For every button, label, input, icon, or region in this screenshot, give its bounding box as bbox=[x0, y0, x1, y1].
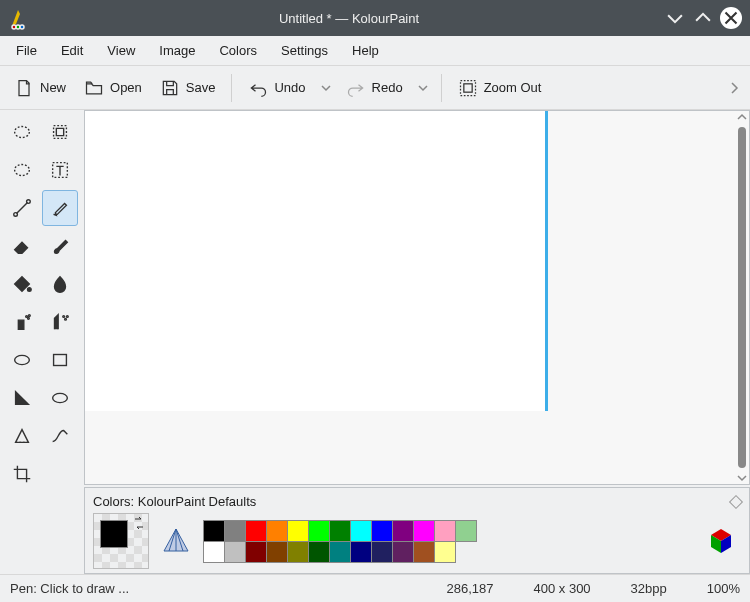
svg-point-15 bbox=[63, 316, 65, 318]
save-button[interactable]: Save bbox=[154, 74, 222, 102]
menubar: File Edit View Image Colors Settings Hel… bbox=[0, 36, 750, 66]
palette-color[interactable] bbox=[329, 541, 351, 563]
new-button[interactable]: New bbox=[8, 74, 72, 102]
svg-point-7 bbox=[15, 165, 30, 176]
color-similarity-icon[interactable] bbox=[161, 526, 191, 556]
status-dimensions: 400 x 300 bbox=[533, 581, 590, 596]
tool-ellipse[interactable] bbox=[42, 380, 78, 416]
menu-help[interactable]: Help bbox=[342, 39, 389, 62]
color-palette bbox=[203, 520, 476, 562]
palette-color[interactable] bbox=[392, 520, 414, 542]
svg-rect-6 bbox=[54, 126, 67, 139]
separator bbox=[231, 74, 232, 102]
close-button[interactable] bbox=[720, 7, 742, 29]
menu-image[interactable]: Image bbox=[149, 39, 205, 62]
svg-point-17 bbox=[66, 316, 68, 318]
tool-spray[interactable] bbox=[4, 304, 40, 340]
menu-colors[interactable]: Colors bbox=[209, 39, 267, 62]
tool-curve[interactable] bbox=[4, 418, 40, 454]
tool-pen[interactable] bbox=[42, 190, 78, 226]
palette-color[interactable] bbox=[434, 541, 456, 563]
svg-point-16 bbox=[65, 318, 67, 320]
redo-dropdown-icon[interactable] bbox=[415, 80, 431, 96]
palette-color[interactable] bbox=[392, 541, 414, 563]
svg-point-11 bbox=[28, 288, 32, 292]
tool-fill[interactable] bbox=[4, 266, 40, 302]
palette-color[interactable] bbox=[413, 520, 435, 542]
foreground-background-swatch[interactable] bbox=[93, 513, 149, 569]
scroll-up-icon[interactable] bbox=[736, 111, 748, 123]
palette-color[interactable] bbox=[266, 541, 288, 563]
tool-eraser[interactable] bbox=[4, 228, 40, 264]
vertical-scrollbar[interactable] bbox=[734, 111, 750, 484]
scroll-down-icon[interactable] bbox=[736, 472, 748, 484]
svg-rect-3 bbox=[460, 80, 475, 95]
redo-button[interactable]: Redo bbox=[340, 74, 409, 102]
tool-color-picker[interactable] bbox=[42, 266, 78, 302]
canvas-viewport[interactable] bbox=[84, 110, 750, 485]
palette-color[interactable] bbox=[413, 541, 435, 563]
tool-crop[interactable] bbox=[4, 456, 40, 492]
tool-line[interactable] bbox=[4, 190, 40, 226]
palette-color[interactable] bbox=[224, 520, 246, 542]
palette-color[interactable] bbox=[350, 520, 372, 542]
palette-color[interactable] bbox=[266, 520, 288, 542]
svg-point-18 bbox=[15, 355, 30, 364]
palette-color[interactable] bbox=[308, 541, 330, 563]
tool-gradient[interactable] bbox=[42, 304, 78, 340]
svg-rect-4 bbox=[463, 83, 471, 91]
swap-colors-icon[interactable] bbox=[132, 516, 146, 530]
undo-dropdown-icon[interactable] bbox=[318, 80, 334, 96]
palette-color[interactable] bbox=[224, 541, 246, 563]
color-panel-title: Colors: KolourPaint Defaults bbox=[93, 494, 256, 509]
palette-color[interactable] bbox=[329, 520, 351, 542]
palette-color[interactable] bbox=[371, 541, 393, 563]
tool-rectangle[interactable] bbox=[42, 342, 78, 378]
status-hint: Pen: Click to draw ... bbox=[10, 581, 406, 596]
menu-view[interactable]: View bbox=[97, 39, 145, 62]
panel-collapse-icon[interactable] bbox=[729, 494, 743, 508]
color-cube-icon[interactable] bbox=[701, 521, 741, 561]
window-title: Untitled * — KolourPaint bbox=[40, 11, 658, 26]
svg-point-20 bbox=[53, 393, 68, 402]
palette-color[interactable] bbox=[287, 541, 309, 563]
tool-rect-select[interactable] bbox=[42, 114, 78, 150]
tool-ellipse-select[interactable] bbox=[4, 152, 40, 188]
palette-color[interactable] bbox=[203, 541, 225, 563]
tool-palette bbox=[0, 110, 84, 574]
menu-settings[interactable]: Settings bbox=[271, 39, 338, 62]
svg-point-12 bbox=[26, 316, 28, 318]
palette-color[interactable] bbox=[434, 520, 456, 542]
status-depth: 32bpp bbox=[631, 581, 667, 596]
tool-connected-lines[interactable] bbox=[42, 418, 78, 454]
tool-freeform-select[interactable] bbox=[4, 114, 40, 150]
app-logo-icon bbox=[8, 6, 32, 30]
zoom-out-button[interactable]: Zoom Out bbox=[452, 74, 548, 102]
toolbar-overflow-icon[interactable] bbox=[726, 80, 742, 96]
palette-color[interactable] bbox=[371, 520, 393, 542]
svg-rect-19 bbox=[54, 355, 67, 366]
undo-button[interactable]: Undo bbox=[242, 74, 311, 102]
toolbar: New Open Save Undo Redo Zoom Out bbox=[0, 66, 750, 110]
color-panel: Colors: KolourPaint Defaults bbox=[84, 487, 750, 574]
menu-file[interactable]: File bbox=[6, 39, 47, 62]
menu-edit[interactable]: Edit bbox=[51, 39, 93, 62]
status-zoom: 100% bbox=[707, 581, 740, 596]
palette-color[interactable] bbox=[245, 520, 267, 542]
tool-text[interactable] bbox=[42, 152, 78, 188]
svg-point-14 bbox=[28, 315, 30, 317]
tool-rounded-rect[interactable] bbox=[4, 342, 40, 378]
tool-polygon[interactable] bbox=[4, 380, 40, 416]
canvas[interactable] bbox=[85, 111, 548, 411]
palette-color[interactable] bbox=[455, 520, 477, 542]
tool-brush[interactable] bbox=[42, 228, 78, 264]
palette-color[interactable] bbox=[350, 541, 372, 563]
palette-color[interactable] bbox=[203, 520, 225, 542]
open-button[interactable]: Open bbox=[78, 74, 148, 102]
palette-color[interactable] bbox=[308, 520, 330, 542]
status-position: 286,187 bbox=[446, 581, 493, 596]
minimize-button[interactable] bbox=[664, 7, 686, 29]
maximize-button[interactable] bbox=[692, 7, 714, 29]
palette-color[interactable] bbox=[287, 520, 309, 542]
palette-color[interactable] bbox=[245, 541, 267, 563]
